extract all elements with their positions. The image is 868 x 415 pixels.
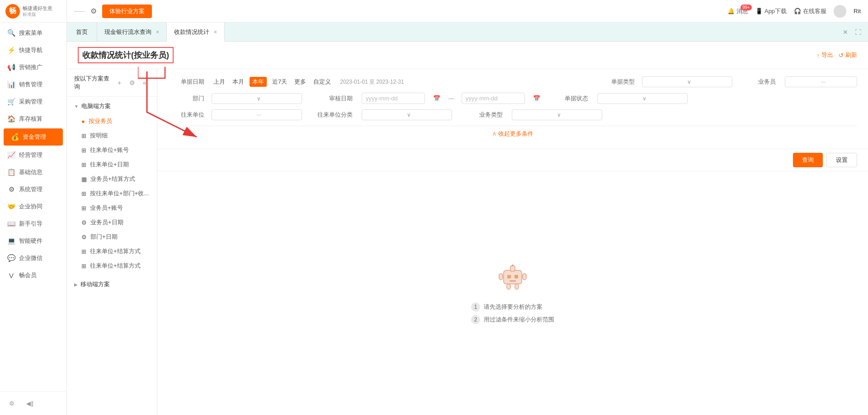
filter-area: 单据日期 上月 本月 本年 近7天 更多 自定义 2023-01-01 至 20… bbox=[157, 69, 868, 149]
user-avatar[interactable] bbox=[834, 5, 846, 18]
sidebar-item-finance[interactable]: 💰 资金管理 bbox=[4, 128, 63, 146]
tab-close-bank-flow[interactable]: × bbox=[156, 29, 159, 35]
notification-button[interactable]: 🔔 消息 99+ bbox=[727, 7, 748, 15]
quicknav-icon: ⚡ bbox=[7, 46, 15, 54]
right-panel: 单据日期 上月 本月 本年 近7天 更多 自定义 2023-01-01 至 20… bbox=[157, 69, 868, 415]
tree-item-by-detail[interactable]: ⊞ 按明细 bbox=[67, 128, 157, 143]
app-download-button[interactable]: 📱 App下载 bbox=[755, 7, 787, 15]
sidebar-item-guide[interactable]: 📖 新手引导 bbox=[0, 215, 66, 232]
tree-item-counterparty-date[interactable]: ⊞ 往来单位+日期 bbox=[67, 157, 157, 172]
sales-icon: 📊 bbox=[7, 80, 15, 89]
sidebar-item-search[interactable]: 🔍 搜索菜单 bbox=[0, 24, 66, 42]
export-button[interactable]: ↑ 导出 bbox=[817, 51, 834, 59]
tree-item-salesperson-settlement[interactable]: ▦ 业务员+结算方式 bbox=[67, 172, 157, 186]
tree-item-counterparty-settlement2[interactable]: ⊞ 往来单位+结算方式 bbox=[67, 259, 157, 273]
main-layout: 按以下方案查询 + ⚙ « ▼ 电脑端方案 ● 按业务员 bbox=[67, 69, 868, 415]
salesperson-settlement-icon: ▦ bbox=[81, 176, 87, 183]
sidebar-item-system[interactable]: ⚙ 系统管理 bbox=[0, 181, 66, 198]
collapse-footer-btn[interactable]: ◀‖ bbox=[23, 396, 37, 410]
calendar-icon-end[interactable]: 📅 bbox=[533, 95, 540, 102]
tab-collection-stats[interactable]: 收款情况统计 × bbox=[167, 23, 225, 42]
refresh-button[interactable]: ↺ 刷新 bbox=[839, 51, 857, 59]
tab-close-collection-stats[interactable]: × bbox=[214, 29, 217, 35]
settings-button[interactable]: 设置 bbox=[826, 153, 857, 167]
audit-date-start-input[interactable]: yyyy-mm-dd bbox=[362, 93, 425, 104]
svg-point-5 bbox=[512, 264, 514, 266]
sidebar-item-marketing[interactable]: 📢 营销推广 bbox=[0, 59, 66, 76]
empty-step-1: 1 请先选择要分析的方案 bbox=[471, 302, 554, 311]
trial-button[interactable]: 体验行业方案 bbox=[102, 5, 152, 18]
gear-button[interactable]: ⚙ bbox=[90, 7, 97, 15]
dept-date-icon: ⚙ bbox=[81, 234, 87, 241]
main-content: —— ⚙ 体验行业方案 🔔 消息 99+ 📱 App下载 🎧 在线客服 Rit … bbox=[67, 0, 868, 415]
counterparty-select[interactable]: ··· bbox=[212, 109, 302, 120]
tree-item-salesperson-account[interactable]: ⊞ 业务员+账号 bbox=[67, 201, 157, 215]
step-num-2: 2 bbox=[471, 315, 480, 324]
calendar-icon-start[interactable]: 📅 bbox=[433, 95, 440, 102]
top-header: —— ⚙ 体验行业方案 🔔 消息 99+ 📱 App下载 🎧 在线客服 Rit bbox=[67, 0, 868, 23]
salesperson-select[interactable]: ··· bbox=[785, 76, 857, 87]
sidebar-item-collab[interactable]: 🤝 企业协同 bbox=[0, 198, 66, 215]
page-header: 收款情况统计(按业务员) ↑ 导出 ↺ 刷新 bbox=[67, 42, 868, 69]
tree-item-salesperson-date[interactable]: ⚙ 业务员+日期 bbox=[67, 215, 157, 230]
add-scheme-btn[interactable]: + bbox=[114, 78, 124, 88]
sidebar-item-hardware[interactable]: 💻 智能硬件 bbox=[0, 232, 66, 250]
date-separator: — bbox=[448, 95, 454, 102]
date-tab-custom[interactable]: 自定义 bbox=[311, 77, 333, 87]
window-controls: ✕ ⛶ bbox=[841, 28, 868, 37]
date-tab-this-month[interactable]: 本月 bbox=[231, 77, 246, 87]
empty-step-2: 2 用过滤条件来缩小分析范围 bbox=[471, 315, 554, 324]
receipt-type-select[interactable]: ∨ bbox=[642, 76, 732, 87]
date-tab-this-year[interactable]: 本年 bbox=[250, 77, 267, 87]
sidebar-item-enterprise-wechat[interactable]: 💬 企业微信 bbox=[0, 250, 66, 267]
counterparty-account-icon: ⊞ bbox=[81, 147, 86, 154]
left-panel-header: 按以下方案查询 + ⚙ « bbox=[67, 69, 157, 97]
sidebar-navigation: 🔍 搜索菜单 ⚡ 快捷导航 📢 营销推广 📊 销售管理 🛒 采购管理 🏠 库存核… bbox=[0, 23, 66, 391]
tree-item-by-salesperson[interactable]: ● 按业务员 bbox=[67, 114, 157, 128]
svg-rect-0 bbox=[504, 270, 522, 284]
tree-section-desktop-header[interactable]: ▼ 电脑端方案 bbox=[67, 99, 157, 114]
sidebar-item-member[interactable]: V 畅会员 bbox=[0, 267, 66, 284]
tree-item-counterparty-dept[interactable]: ⊞ 按往来单位+部门+收... bbox=[67, 186, 157, 201]
sidebar-item-basic-info[interactable]: 📋 基础信息 bbox=[0, 164, 66, 181]
scheme-settings-btn[interactable]: ⚙ bbox=[127, 78, 137, 88]
audit-date-end-input[interactable]: yyyy-mm-dd bbox=[462, 93, 525, 104]
logo-text: 畅捷通好生意 标准版 bbox=[23, 5, 52, 17]
tab-bank-flow[interactable]: 现金银行流水查询 × bbox=[97, 23, 167, 42]
chevron-down-icon: ∨ bbox=[257, 95, 298, 102]
page-title: 收款情况统计(按业务员) bbox=[78, 47, 174, 63]
tree-item-counterparty-account[interactable]: ⊞ 往来单位+账号 bbox=[67, 143, 157, 157]
svg-rect-7 bbox=[523, 274, 526, 280]
sidebar-item-management[interactable]: 📈 经营管理 bbox=[0, 146, 66, 164]
receipt-status-label: 单据状态 bbox=[552, 94, 588, 103]
collapse-filter-btn[interactable]: ∧ 收起更多条件 bbox=[168, 126, 857, 141]
dept-select[interactable]: ∨ bbox=[212, 93, 302, 104]
query-button[interactable]: 查询 bbox=[793, 153, 823, 167]
search-icon: 🔍 bbox=[7, 29, 15, 37]
date-tab-more[interactable]: 更多 bbox=[292, 77, 308, 87]
counterparty-category-select[interactable]: ∨ bbox=[362, 109, 452, 120]
sidebar-item-inventory[interactable]: 🏠 库存核算 bbox=[0, 110, 66, 127]
collapse-panel-btn[interactable]: « bbox=[140, 78, 150, 88]
settings-footer-btn[interactable]: ⚙ bbox=[5, 396, 19, 410]
window-close-btn[interactable]: ✕ bbox=[841, 28, 850, 37]
date-tab-last-month[interactable]: 上月 bbox=[212, 77, 227, 87]
svg-rect-4 bbox=[510, 266, 515, 271]
business-type-select[interactable]: ∨ bbox=[512, 109, 602, 120]
tree-item-dept-date[interactable]: ⚙ 部门+日期 bbox=[67, 230, 157, 244]
tree-section-desktop: ▼ 电脑端方案 ● 按业务员 ⊞ 按明细 ⊞ 往来单位+账号 bbox=[67, 97, 157, 275]
window-maximize-btn[interactable]: ⛶ bbox=[854, 28, 863, 37]
inventory-icon: 🏠 bbox=[7, 115, 15, 123]
left-panel: 按以下方案查询 + ⚙ « ▼ 电脑端方案 ● 按业务员 bbox=[67, 69, 157, 415]
online-service-button[interactable]: 🎧 在线客服 bbox=[794, 7, 826, 15]
date-tab-7days[interactable]: 近7天 bbox=[270, 77, 289, 87]
receipt-status-select[interactable]: ∨ bbox=[597, 93, 688, 104]
sidebar-item-purchase[interactable]: 🛒 采购管理 bbox=[0, 93, 66, 110]
counterparty-date-icon: ⊞ bbox=[81, 161, 86, 168]
tree-section-mobile-header[interactable]: ▶ 移动端方案 bbox=[67, 277, 157, 292]
tree-item-counterparty-settlement1[interactable]: ⊞ 往来单位+结算方式 bbox=[67, 244, 157, 259]
sidebar-item-sales[interactable]: 📊 销售管理 bbox=[0, 76, 66, 93]
tab-home[interactable]: 首页 bbox=[67, 23, 97, 42]
marketing-icon: 📢 bbox=[7, 63, 15, 71]
sidebar-item-quicknav[interactable]: ⚡ 快捷导航 bbox=[0, 42, 66, 59]
